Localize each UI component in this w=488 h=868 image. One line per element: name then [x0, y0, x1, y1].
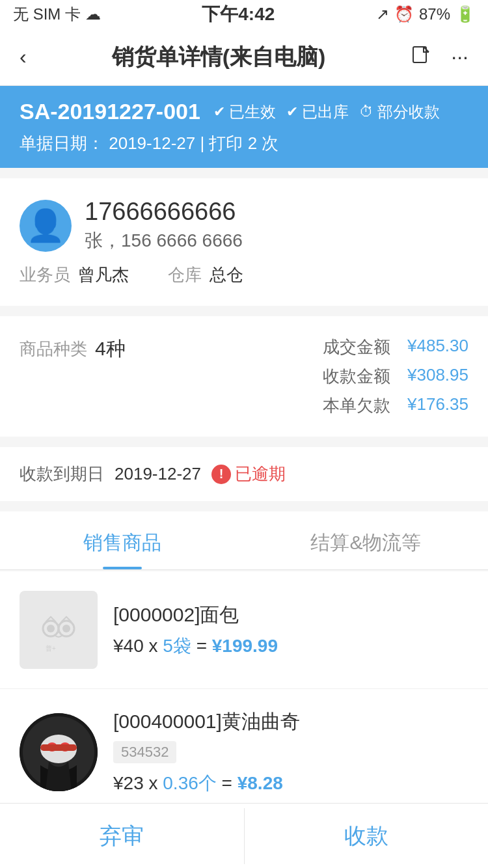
product-list: 普+ [0000002]面包 ¥40 x 5袋 = ¥199.99: [0, 571, 488, 816]
badge-shipped: ✔ 已出库: [286, 102, 349, 122]
avatar-icon: 👤: [26, 208, 65, 244]
collect-payment-button[interactable]: 收款: [245, 808, 489, 864]
share-button[interactable]: [411, 44, 431, 70]
clock-icon: ⏱: [359, 103, 373, 120]
warehouse-value: 总仓: [210, 264, 243, 286]
customer-section: 👤 17666666666 张，156 6666 6666 业务员 曾凡杰 仓库…: [0, 178, 488, 306]
list-item: [000400001]黄油曲奇 534532 ¥23 x 0.36个 = ¥8.…: [0, 689, 488, 816]
debt-amount-row: 本单欠款 ¥176.35: [323, 394, 468, 417]
receipt-amount-label: 收款金额: [323, 365, 390, 388]
customer-meta: 业务员 曾凡杰 仓库 总仓: [20, 264, 468, 286]
badge-partial-receipt: ⏱ 部分收款: [359, 102, 440, 122]
more-button[interactable]: ···: [451, 45, 468, 69]
overdue-icon: !: [211, 465, 231, 484]
page-title: 销货单详情(来自电脑): [112, 42, 326, 72]
status-badges: ✔ 已生效 ✔ 已出库 ⏱ 部分收款: [213, 102, 440, 122]
location-icon: ↗: [376, 5, 389, 23]
signal-text: 无 SIM 卡 ☁: [13, 4, 101, 25]
tab-settlement[interactable]: 结算&物流等: [244, 511, 488, 569]
product-name-1: [0000002]面包: [113, 602, 468, 629]
nav-actions: ···: [411, 44, 468, 70]
tabs-section: 销售商品 结算&物流等 普+: [0, 511, 488, 816]
status-time: 下午4:42: [202, 2, 275, 27]
product-types-value: 4种: [95, 336, 126, 362]
warehouse-info: 仓库 总仓: [168, 264, 243, 286]
battery-text: 87%: [419, 5, 450, 23]
status-bar: 无 SIM 卡 ☁ 下午4:42 ↗ ⏰ 87% 🔋: [0, 0, 488, 29]
svg-text:普+: 普+: [46, 645, 56, 652]
alarm-icon: ⏰: [394, 5, 414, 23]
customer-id: 17666666666: [85, 198, 243, 226]
product-thumbnail-2: [20, 713, 98, 791]
header-banner: SA-20191227-001 ✔ 已生效 ✔ 已出库 ⏱ 部分收款 单据日期：…: [0, 86, 488, 168]
date-value: 2019-12-27: [109, 133, 195, 153]
avatar: 👤: [20, 200, 72, 252]
svg-rect-13: [40, 744, 77, 751]
overdue-badge: ! 已逾期: [211, 463, 286, 485]
status-right: ↗ ⏰ 87% 🔋: [376, 5, 475, 23]
product-price-1: ¥40 x 5袋 = ¥199.99: [113, 634, 468, 658]
amount-stats: 成交金额 ¥485.30 收款金额 ¥308.95 本单欠款 ¥176.35: [323, 336, 468, 417]
badge-activated-label: 已生效: [229, 102, 276, 122]
sales-label: 业务员: [20, 264, 70, 286]
due-date: 2019-12-27: [115, 464, 201, 484]
check-icon-1: ✔: [213, 103, 225, 120]
product-batch-2: 534532: [113, 741, 176, 763]
battery-icon: 🔋: [455, 5, 475, 23]
badge-partial-label: 部分收款: [377, 102, 440, 122]
badge-activated: ✔ 已生效: [213, 102, 276, 122]
tabs-bar: 销售商品 结算&物流等: [0, 511, 488, 570]
overdue-text: 已逾期: [235, 463, 286, 485]
product-thumbnail-1: 普+: [20, 591, 98, 669]
date-label: 单据日期：: [20, 133, 104, 153]
product-count: 商品种类 4种: [20, 336, 126, 362]
deal-amount-label: 成交金额: [323, 336, 390, 359]
deal-amount-row: 成交金额 ¥485.30: [323, 336, 468, 359]
product-price-2: ¥23 x 0.36个 = ¥8.28: [113, 771, 468, 796]
nav-bar: ‹ 销货单详情(来自电脑) ···: [0, 29, 488, 86]
banner-date-info: 单据日期： 2019-12-27 | 打印 2 次: [20, 132, 468, 155]
stats-section: 商品种类 4种 成交金额 ¥485.30 收款金额 ¥308.95 本单欠款 ¥…: [0, 316, 488, 437]
badge-shipped-label: 已出库: [302, 102, 349, 122]
bottom-bar: 弃审 收款: [0, 803, 488, 868]
print-info: | 打印 2 次: [200, 133, 278, 153]
customer-top: 👤 17666666666 张，156 6666 6666: [20, 198, 468, 253]
customer-contact: 张，156 6666 6666: [85, 228, 243, 253]
back-button[interactable]: ‹: [20, 45, 27, 69]
due-label: 收款到期日: [20, 463, 104, 485]
tab-sales-products[interactable]: 销售商品: [0, 511, 244, 569]
receipt-amount-value: ¥308.95: [403, 365, 468, 388]
warehouse-label: 仓库: [168, 264, 202, 286]
check-icon-2: ✔: [286, 103, 298, 120]
receipt-amount-row: 收款金额 ¥308.95: [323, 365, 468, 388]
product-name-2: [000400001]黄油曲奇: [113, 709, 468, 735]
status-left: 无 SIM 卡 ☁: [13, 4, 101, 25]
cancel-review-button[interactable]: 弃审: [0, 808, 245, 864]
customer-details: 17666666666 张，156 6666 6666: [85, 198, 243, 253]
banner-top: SA-20191227-001 ✔ 已生效 ✔ 已出库 ⏱ 部分收款: [20, 99, 468, 124]
debt-amount-value: ¥176.35: [403, 394, 468, 417]
order-number: SA-20191227-001: [20, 99, 200, 124]
sales-value: 曾凡杰: [78, 264, 129, 286]
sales-person: 业务员 曾凡杰: [20, 264, 129, 286]
debt-amount-label: 本单欠款: [323, 394, 390, 417]
list-item: 普+ [0000002]面包 ¥40 x 5袋 = ¥199.99: [0, 571, 488, 689]
product-info-1: [0000002]面包 ¥40 x 5袋 = ¥199.99: [113, 602, 468, 658]
svg-point-3: [47, 625, 55, 632]
svg-point-4: [62, 625, 70, 632]
deal-amount-value: ¥485.30: [403, 336, 468, 359]
product-info-2: [000400001]黄油曲奇 534532 ¥23 x 0.36个 = ¥8.…: [113, 709, 468, 796]
product-types-label: 商品种类: [20, 338, 87, 360]
due-section: 收款到期日 2019-12-27 ! 已逾期: [0, 447, 488, 501]
